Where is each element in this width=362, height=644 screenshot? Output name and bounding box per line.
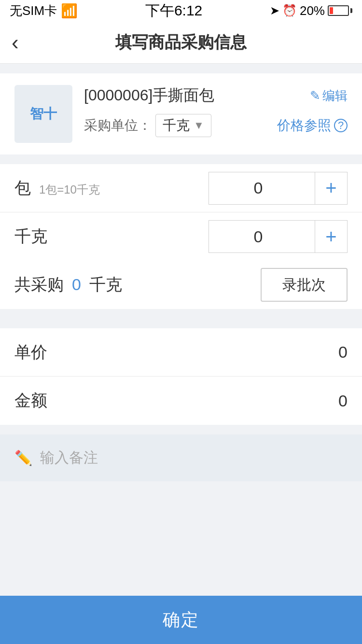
- kg-input-right: +: [209, 220, 348, 253]
- unit-selector-group: 采购单位： 千克 ▼: [84, 114, 211, 137]
- unit-value: 千克: [163, 116, 190, 135]
- pack-label-group: 包 1包=10千克: [14, 177, 100, 199]
- amount-row: 金额 0: [0, 377, 362, 425]
- unit-label: 采购单位：: [84, 116, 152, 135]
- summary-text-group: 共采购 0 千克: [14, 274, 122, 296]
- summary-row: 共采购 0 千克 录批次: [0, 261, 362, 309]
- edit-label: 编辑: [322, 87, 348, 104]
- price-label: 单价: [14, 341, 47, 364]
- summary-prefix: 共采购: [14, 275, 64, 294]
- battery-icon: [328, 5, 352, 16]
- alarm-icon: ⏰: [282, 4, 297, 17]
- kg-quantity-input[interactable]: [209, 220, 315, 253]
- status-left: 无SIM卡 📶: [10, 2, 78, 19]
- edit-button[interactable]: ✎ 编辑: [310, 87, 348, 104]
- price-row: 单价 0: [0, 328, 362, 377]
- record-batch-button[interactable]: 录批次: [261, 268, 348, 302]
- back-button[interactable]: ‹: [12, 32, 19, 53]
- amount-label: 金额: [14, 390, 47, 412]
- product-info: [0000006]手撕面包 ✎ 编辑 采购单位： 千克 ▼ 价格参照 ?: [84, 85, 348, 137]
- pack-sublabel: 1包=10千克: [39, 183, 100, 196]
- section-divider-1: [0, 154, 362, 164]
- pencil-icon: ✏️: [14, 449, 32, 466]
- product-logo-text: 智十: [30, 105, 57, 123]
- note-section[interactable]: ✏️ 输入备注: [0, 434, 362, 481]
- pack-plus-button[interactable]: +: [315, 172, 348, 205]
- note-placeholder: 输入备注: [40, 448, 98, 468]
- kg-label: 千克: [14, 225, 47, 248]
- summary-value: 0: [72, 275, 81, 294]
- product-image: 智十: [14, 85, 72, 143]
- chevron-down-icon: ▼: [194, 119, 204, 132]
- kg-input-row: 千克 +: [0, 212, 362, 261]
- product-card: 智十 [0000006]手撕面包 ✎ 编辑 采购单位： 千克 ▼ 价格参照 ?: [0, 73, 362, 154]
- product-full-name: [0000006]手撕面包: [84, 85, 214, 106]
- product-name-row: [0000006]手撕面包 ✎ 编辑: [84, 85, 348, 106]
- amount-value: 0: [338, 392, 348, 410]
- unit-row: 采购单位： 千克 ▼ 价格参照 ?: [84, 114, 348, 137]
- wifi-icon: 📶: [61, 3, 78, 19]
- unit-selector[interactable]: 千克 ▼: [155, 114, 211, 137]
- location-icon: ➤: [270, 4, 279, 17]
- pack-input-right: +: [209, 172, 348, 205]
- pack-label: 包: [14, 179, 31, 197]
- pack-quantity-input[interactable]: [209, 172, 315, 205]
- status-bar: 无SIM卡 📶 下午6:12 ➤ ⏰ 20%: [0, 0, 362, 21]
- page-title: 填写商品采购信息: [115, 31, 247, 54]
- price-info-section: 单价 0 金额 0: [0, 328, 362, 425]
- nav-bar: ‹ 填写商品采购信息: [0, 21, 362, 64]
- status-right: ➤ ⏰ 20%: [270, 3, 352, 18]
- help-icon: ?: [334, 119, 348, 132]
- summary-unit: 千克: [89, 275, 122, 294]
- edit-icon: ✎: [310, 88, 320, 103]
- price-ref-label: 价格参照: [277, 116, 331, 135]
- price-value: 0: [338, 343, 348, 362]
- status-time: 下午6:12: [145, 1, 202, 21]
- battery-percent: 20%: [300, 3, 325, 18]
- price-ref-button[interactable]: 价格参照 ?: [277, 116, 348, 135]
- section-divider-2: [0, 309, 362, 319]
- pack-input-row: 包 1包=10千克 +: [0, 164, 362, 212]
- sim-text: 无SIM卡: [10, 2, 57, 19]
- confirm-button[interactable]: 确定: [0, 596, 362, 644]
- input-section: 包 1包=10千克 + 千克 +: [0, 164, 362, 261]
- kg-plus-button[interactable]: +: [315, 220, 348, 253]
